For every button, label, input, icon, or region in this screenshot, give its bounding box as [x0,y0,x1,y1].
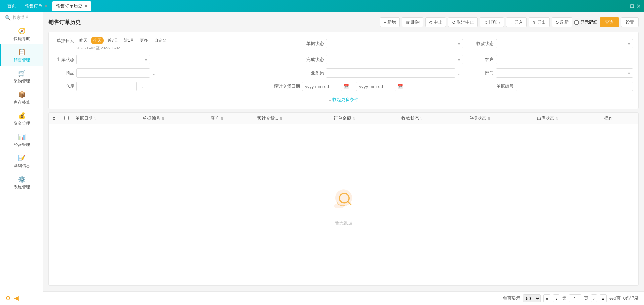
salesman-input[interactable] [326,68,455,78]
table-col-out-storage[interactable]: 出库状态 ⇅ [533,113,601,124]
sidebar-item-sales-mgmt[interactable]: 📋 销售管理 [0,44,43,66]
table-col-expected-delivery[interactable]: 预计交货... ⇅ [254,113,331,124]
goods-ellipsis[interactable]: ... [152,71,158,76]
sidebar-item-inventory[interactable]: 📦 库存核算 [0,87,43,108]
print-arrow: ▾ [499,21,500,24]
print-button[interactable]: 🖨 打印 ▾ [480,17,504,27]
inventory-icon: 📦 [18,91,26,98]
table-col-customer[interactable]: 客户 ⇅ [207,113,254,124]
first-page-button[interactable]: « [543,294,550,302]
prev-page-button[interactable]: ‹ [553,294,559,302]
stop-button[interactable]: ⊘ 中止 [425,17,446,27]
empty-state: 暂无数据 [49,124,638,285]
collapse-bar[interactable]: 收起更多条件 [54,95,633,104]
sidebar-item-base-info[interactable]: 📝 基础信息 [0,150,43,171]
date-btn-more[interactable]: 更多 [138,37,151,44]
table-col-order-no[interactable]: 单据编号 ⇅ [139,113,207,124]
delete-icon: 🗑 [405,20,410,25]
last-page-button[interactable]: » [600,294,607,302]
dept-value [496,68,633,78]
content-area: 销售订单历史 + 新增 🗑 删除 ⊘ 中止 ↺ [43,12,644,305]
tab-sales-order-history-close[interactable]: ✕ [84,4,87,8]
out-storage-select[interactable] [76,55,150,64]
purchase-mgmt-icon: 🛒 [18,70,26,77]
collapse-label: 收起更多条件 [332,97,358,103]
collapse-icon[interactable]: ◀ [14,294,19,302]
new-button[interactable]: + 新增 [380,17,400,27]
cancel-stop-button[interactable]: ↺ 取消中止 [448,17,478,27]
delivery-date-end[interactable] [356,82,396,91]
import-button[interactable]: ⇩ 导入 [506,17,527,27]
table-col-amount[interactable]: 订单金额 ⇅ [330,113,398,124]
data-table: ⚙ 单据日期 ⇅ 单据编号 ⇅ [49,113,638,124]
complete-select[interactable] [326,55,463,64]
delivery-date-start[interactable] [302,82,342,91]
dept-select[interactable] [496,68,633,78]
next-page-button[interactable]: › [591,294,597,302]
filter-warehouse: 仓库 ... [54,82,263,91]
sidebar-item-finance[interactable]: 💰 资金管理 [0,108,43,129]
dept-chevron [628,71,630,76]
warehouse-ellipsis[interactable]: ... [138,84,144,89]
filter-expected-delivery: 预计交货日期 📅 — 📅 [274,82,483,91]
close-button[interactable]: ✕ [636,3,641,9]
table-col-checkbox[interactable] [61,113,72,124]
filter-row-4: 仓库 ... 预计交货日期 📅 — [54,82,633,91]
table-select-all[interactable] [64,116,69,120]
pay-status-select[interactable] [496,39,633,48]
page-input[interactable] [569,294,581,302]
date-btn-custom[interactable]: 自定义 [152,37,169,44]
settings-bottom-icon[interactable]: ⚙ [5,294,11,302]
customer-ellipsis[interactable]: ... [627,57,633,62]
page-size-select[interactable]: 50 10 20 100 [523,294,541,302]
tab-home[interactable]: 首页 [3,1,20,11]
goods-input[interactable] [76,68,150,78]
pay-status-label: 收款状态 [474,41,494,47]
tab-sales-order-history[interactable]: 销售订单历史 ✕ [52,1,91,11]
sidebar-item-quick-nav[interactable]: 🧭 快捷导航 [0,23,43,44]
export-button[interactable]: ⇧ 导出 [529,17,550,27]
goods-label: 商品 [54,70,74,76]
quick-nav-icon: 🧭 [18,27,26,35]
sidebar-item-operations[interactable]: 📊 经营管理 [0,129,43,150]
customer-input[interactable] [496,55,625,64]
order-no-input[interactable] [516,82,633,91]
maximize-button[interactable]: □ [630,3,634,9]
tab-sales-order[interactable]: 销售订单 ✕ [21,1,51,11]
date-label: 单据日期 [54,38,74,44]
order-status-select[interactable] [326,39,463,48]
display-columns-checkbox[interactable] [574,20,579,25]
sidebar-item-label: 采购管理 [14,78,30,84]
sidebar-item-purchase-mgmt[interactable]: 🛒 采购管理 [0,66,43,87]
toolbar: + 新增 🗑 删除 ⊘ 中止 ↺ 取消中止 [380,17,639,27]
sidebar-search[interactable]: 🔍 搜索菜单 [0,12,43,23]
table-settings-icon[interactable]: ⚙ [52,116,56,121]
sidebar-item-system[interactable]: ⚙️ 系统管理 [0,171,43,193]
refresh-button[interactable]: ↻ 刷新 [552,17,572,27]
table-col-settings[interactable]: ⚙ [49,113,61,124]
warehouse-input[interactable] [76,82,137,91]
window-controls: ─ □ ✕ [624,3,641,9]
minimize-button[interactable]: ─ [624,3,628,9]
calendar-icon-1[interactable]: 📅 [344,84,349,89]
query-button[interactable]: 查询 [600,17,619,27]
date-btn-7days[interactable]: 近7天 [105,37,120,44]
empty-text: 暂无数据 [335,220,352,226]
calendar-icon-2[interactable]: 📅 [398,84,403,89]
delete-button[interactable]: 🗑 删除 [402,17,423,27]
table-col-pay-status[interactable]: 收款状态 ⇅ [398,113,466,124]
page-content: 销售订单历史 + 新增 🗑 删除 ⊘ 中止 ↺ [43,12,644,291]
sort-amount-icon: ⇅ [352,117,355,120]
date-btn-today[interactable]: 今天 [91,37,104,44]
display-columns-label[interactable]: 显示码细 [574,19,598,25]
date-btn-yesterday[interactable]: 昨天 [77,37,90,44]
table-col-date[interactable]: 单据日期 ⇅ [72,113,139,124]
date-btn-1month[interactable]: 近1月 [122,37,137,44]
tab-sales-order-close[interactable]: ✕ [44,4,47,8]
salesman-ellipsis[interactable]: ... [457,71,463,76]
sales-mgmt-icon: 📋 [18,48,26,56]
complete-value [326,55,463,64]
settings-button[interactable]: 设置 [621,17,639,27]
order-status-value [326,39,463,48]
table-col-order-status[interactable]: 单据状态 ⇅ [466,113,533,124]
